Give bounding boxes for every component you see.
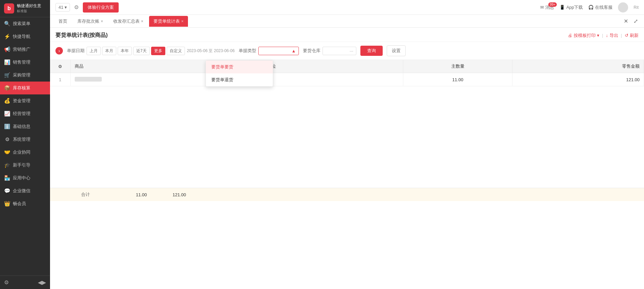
tab-order-stats[interactable]: 要货单统计表 ×	[149, 16, 188, 27]
finance-label: 资金管理	[13, 98, 30, 104]
sidebar-item-inventory[interactable]: 📦 库存核算	[0, 82, 50, 94]
expand-tabs-btn[interactable]: ⤢	[631, 17, 640, 25]
type-filter-label: 单据类型	[239, 48, 256, 54]
type-select[interactable]: ▲	[258, 47, 299, 55]
col-amount: 零售金额	[512, 60, 644, 73]
sidebar-item-system[interactable]: ⚙ 系统管理	[0, 133, 50, 146]
app-download-item[interactable]: 📱 App下载	[559, 4, 583, 10]
sidebar-item-wechat[interactable]: 💬 企业微信	[0, 184, 50, 197]
expand-filter-btn[interactable]: ›	[55, 47, 63, 54]
quicknav-label: 快捷导航	[13, 34, 30, 40]
product-placeholder	[75, 77, 102, 82]
tab-inventory-batch-close[interactable]: ×	[101, 19, 103, 24]
this-year-btn[interactable]: 本年	[118, 47, 132, 55]
this-month-btn[interactable]: 本月	[102, 47, 116, 55]
refresh-action[interactable]: ↺ 刷新	[625, 32, 639, 39]
more-dates-btn[interactable]: 更多	[151, 47, 165, 55]
dropdown-item-1[interactable]: 要货单退货	[206, 73, 273, 86]
header: 41 ▾ ⚙ 体验行业方案 ✉ 消息 99+ 📱 App下载 🎧 在线客服 Ri…	[50, 0, 644, 15]
tab-receipt-summary-close[interactable]: ×	[141, 19, 143, 24]
inventory-icon: 📦	[4, 85, 10, 91]
col-quantity: 主数量	[403, 60, 512, 73]
settings-button[interactable]: 设置	[387, 45, 406, 56]
prev-month-btn[interactable]: 上月	[87, 47, 101, 55]
tab-home[interactable]: 首页	[54, 16, 72, 27]
header-settings-icon[interactable]: ⚙	[74, 4, 79, 10]
query-button[interactable]: 查询	[360, 46, 383, 56]
sales-label: 销售管理	[13, 59, 30, 65]
sidebar-item-appcenter[interactable]: 🏪 应用中心	[0, 172, 50, 184]
sidebar-item-quicknav[interactable]: ⚡ 快捷导航	[0, 30, 50, 43]
settings-icon[interactable]: ⚙	[4, 279, 9, 286]
appcenter-label: 应用中心	[13, 175, 30, 181]
tabs-actions: ✕ ⤢	[622, 17, 640, 25]
tab-home-label: 首页	[58, 18, 67, 24]
store-value: 41	[58, 5, 63, 10]
date-buttons: 上月 本月 本年 近7天 更多 自定义	[87, 47, 185, 55]
messages-item[interactable]: ✉ 消息 99+	[540, 4, 554, 10]
messages-badge: 99+	[548, 2, 557, 7]
type-filter-group: 单据类型 ▲	[239, 47, 299, 55]
sidebar-item-basicinfo[interactable]: ℹ️ 基础信息	[0, 120, 50, 133]
tab-receipt-summary-label: 收发存汇总表	[113, 18, 140, 24]
table-container: ⚙ 商品 主计量单位 主数量 零售金额 1	[50, 60, 644, 86]
tab-inventory-batch[interactable]: 库存批次账 ×	[73, 16, 108, 27]
operations-label: 经营管理	[13, 111, 30, 117]
row-index: 1	[50, 73, 70, 86]
table-empty-space	[50, 86, 644, 188]
header-left: 41 ▾ ⚙ 体验行业方案	[55, 2, 119, 13]
page: 要货单统计表(按商品) 🖨 按模板打印 ▾ | ↓ 导出 | ↺	[50, 28, 644, 289]
tab-order-stats-close[interactable]: ×	[181, 19, 184, 24]
online-service-label: 在线客服	[595, 4, 613, 10]
custom-date-btn[interactable]: 自定义	[167, 47, 185, 55]
sidebar-item-newuser[interactable]: 🎓 新手引导	[0, 159, 50, 172]
sidebar-search[interactable]: 🔍 搜索菜单	[0, 17, 50, 30]
row-quantity: 11.00	[403, 73, 512, 86]
system-icon: ⚙	[4, 136, 10, 142]
purchase-icon: 🛒	[4, 72, 10, 78]
store-dropdown[interactable]: 41 ▾	[55, 3, 70, 12]
vip-label: 畅会员	[13, 201, 26, 207]
online-service-item[interactable]: 🎧 在线客服	[588, 4, 613, 10]
sidebar-item-purchase[interactable]: 🛒 采购管理	[0, 69, 50, 82]
user-name: Rit	[634, 5, 639, 10]
dropdown-item-0[interactable]: 要货单要货	[206, 61, 273, 73]
type-dropdown-popup: 要货单要货 要货单退货	[206, 60, 273, 87]
print-action[interactable]: 🖨 按模板打印 ▾	[568, 32, 599, 39]
table-body: 1 块 11.00 121.00	[50, 73, 644, 86]
sidebar-item-vip[interactable]: 👑 畅会员	[0, 197, 50, 210]
col-settings[interactable]: ⚙	[50, 60, 70, 73]
print-icon: 🖨	[568, 33, 572, 38]
warehouse-filter-group: 要货仓库 ···	[303, 47, 356, 55]
page-title: 要货单统计表(按商品)	[55, 32, 108, 39]
footer-quantity: 11.00	[136, 192, 147, 197]
wechat-icon: 💬	[4, 188, 10, 194]
trial-button[interactable]: 体验行业方案	[83, 2, 119, 13]
tab-inventory-batch-label: 库存批次账	[77, 18, 99, 24]
sidebar-item-enterprise[interactable]: 🤝 企业协同	[0, 146, 50, 159]
sidebar-item-marketing[interactable]: 📢 营销推广	[0, 43, 50, 56]
tab-order-stats-label: 要货单统计表	[153, 18, 180, 24]
footer-amount: 121.00	[173, 192, 186, 197]
sidebar-item-operations[interactable]: 📈 经营管理	[0, 107, 50, 120]
service-icon: 🎧	[588, 5, 594, 10]
logo-icon: b	[4, 3, 14, 14]
avatar[interactable]	[618, 2, 628, 13]
sidebar-item-finance[interactable]: 💰 资金管理	[0, 94, 50, 107]
filter-bar: › 单据日期 上月 本月 本年 近7天 更多 自定义 2023-05-06 至 …	[50, 42, 644, 60]
close-all-btn[interactable]: ✕	[622, 17, 630, 25]
table-header: ⚙ 商品 主计量单位 主数量 零售金额	[50, 60, 644, 73]
warehouse-select[interactable]: ···	[323, 47, 356, 55]
collapse-icon[interactable]: ◀▶	[38, 279, 46, 286]
7days-btn[interactable]: 近7天	[133, 47, 150, 55]
enterprise-icon: 🤝	[4, 149, 10, 155]
dropdown-arrow-icon: ▾	[65, 5, 67, 10]
export-action[interactable]: ↓ 导出	[606, 32, 618, 39]
sidebar-nav: ⚡ 快捷导航 📢 营销推广 📊 销售管理 🛒 采购管理 📦 库存核算 💰 资金管…	[0, 30, 50, 275]
sidebar-item-sales[interactable]: 📊 销售管理	[0, 56, 50, 69]
page-header: 要货单统计表(按商品) 🖨 按模板打印 ▾ | ↓ 导出 | ↺	[50, 28, 644, 42]
vip-icon: 👑	[4, 201, 10, 207]
row-amount: 121.00	[512, 73, 644, 86]
main-area: 41 ▾ ⚙ 体验行业方案 ✉ 消息 99+ 📱 App下载 🎧 在线客服 Ri…	[50, 0, 644, 289]
tab-receipt-summary[interactable]: 收发存汇总表 ×	[109, 16, 148, 27]
